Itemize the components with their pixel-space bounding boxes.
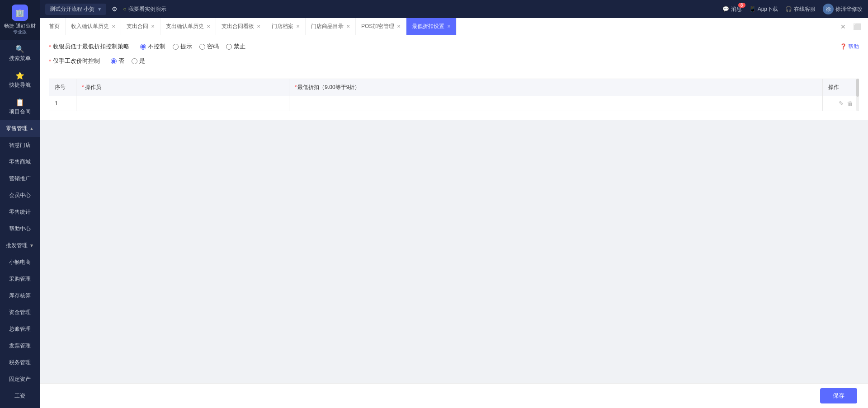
tab-pos-lock-close[interactable]: ✕ xyxy=(397,24,401,29)
sidebar-item-purchase-mgmt[interactable]: 采购管理 xyxy=(0,271,40,287)
discount-policy-row: * 收银员低于最低折扣控制策略 不控制 提示 密码 xyxy=(49,42,859,51)
avatar: 徐 xyxy=(823,4,834,14)
tab-pos-lock[interactable]: POS加密管理 ✕ xyxy=(356,18,406,35)
option-hint[interactable]: 提示 xyxy=(173,42,192,51)
sidebar-item-funds-mgmt[interactable]: 资金管理 xyxy=(0,304,40,321)
sidebar-item-fixed-assets[interactable]: 固定资产 xyxy=(0,371,40,388)
tab-store-products[interactable]: 门店商品目录 ✕ xyxy=(306,18,356,35)
smart-store-label: 智慧门店 xyxy=(9,141,31,149)
content-area: * 收银员低于最低折扣控制策略 不控制 提示 密码 xyxy=(40,35,868,408)
tab-pos-lock-label: POS加密管理 xyxy=(361,23,394,30)
required-marker: * xyxy=(49,43,51,50)
tax-mgmt-label: 税务管理 xyxy=(9,359,31,366)
tab-expense-board[interactable]: 支出合同看板 ✕ xyxy=(216,18,266,35)
option-no-control-label: 不控制 xyxy=(148,42,165,51)
tab-store-archive-close[interactable]: ✕ xyxy=(296,24,300,29)
user-profile-button[interactable]: 徐 徐泽华修改 xyxy=(823,4,863,14)
project-contract-icon: 📋 xyxy=(15,98,24,107)
tab-expense-contract[interactable]: 支出合同 ✕ xyxy=(121,18,160,35)
tab-store-archive-label: 门店档案 xyxy=(272,23,293,30)
sidebar-item-invoice-mgmt[interactable]: 发票管理 xyxy=(0,338,40,354)
app-download-icon: 📱 xyxy=(749,6,756,12)
tab-expense-board-label: 支出合同看板 xyxy=(222,23,254,30)
delete-icon[interactable]: 🗑 xyxy=(847,100,853,107)
topbar-settings-icon[interactable]: ⚙ xyxy=(112,5,118,13)
sidebar-item-search[interactable]: 🔍 搜索菜单 xyxy=(0,40,40,67)
save-button[interactable]: 保存 xyxy=(820,388,857,403)
messages-badge: 8 xyxy=(738,3,745,8)
close-tab-button[interactable]: ✕ xyxy=(839,21,848,32)
manual-control-row: * 仅手工改价时控制 否 是 xyxy=(49,57,859,65)
help-link[interactable]: ❓ 帮助 xyxy=(840,43,859,51)
messages-button[interactable]: 💬 消息 8 xyxy=(722,5,742,13)
sidebar-item-project-contract[interactable]: 📋 项目合同 xyxy=(0,94,40,120)
user-name: 徐泽华修改 xyxy=(835,5,863,13)
member-center-label: 会员中心 xyxy=(9,192,31,199)
tab-expense-board-close[interactable]: ✕ xyxy=(257,24,260,29)
sidebar-item-retail-stats[interactable]: 零售统计 xyxy=(0,204,40,220)
radio-password[interactable] xyxy=(199,44,205,50)
project-selector[interactable]: 测试分开流程·小贺 ▼ xyxy=(45,4,106,15)
sidebar-item-smart-store[interactable]: 智慧门店 xyxy=(0,137,40,154)
radio-forbidden[interactable] xyxy=(226,44,232,50)
table-scrollbar-thumb xyxy=(856,79,859,97)
tab-expense-contract-close[interactable]: ✕ xyxy=(151,24,155,29)
tab-store-archive[interactable]: 门店档案 ✕ xyxy=(266,18,306,35)
action-icons: ✎ 🗑 xyxy=(828,100,853,107)
sidebar-item-tax-mgmt[interactable]: 税务管理 xyxy=(0,354,40,371)
tab-min-discount-close[interactable]: ✕ xyxy=(447,24,451,29)
sidebar-logo: 🏢 畅捷·通好业财 专业版 xyxy=(0,0,40,40)
option-password-label: 密码 xyxy=(207,42,219,51)
option-password[interactable]: 密码 xyxy=(199,42,219,51)
tab-income-history-close[interactable]: ✕ xyxy=(112,24,115,29)
manual-control-options: 否 是 xyxy=(111,57,145,65)
sidebar-item-ecommerce[interactable]: 小畅电商 xyxy=(0,254,40,271)
tab-income-history-label: 收入确认单历史 xyxy=(71,23,109,30)
search-nav-label: 搜索菜单 xyxy=(9,55,31,62)
tab-home[interactable]: 首页 xyxy=(43,18,66,35)
sidebar-item-help-center[interactable]: 帮助中心 xyxy=(0,220,40,237)
col-header-seq: 序号 xyxy=(49,79,76,96)
tab-min-discount-label: 最低折扣设置 xyxy=(412,23,444,30)
sidebar-item-retail-mall[interactable]: 零售商城 xyxy=(0,154,40,170)
cell-seq: 1 xyxy=(49,96,76,111)
tab-income-history[interactable]: 收入确认单历史 ✕ xyxy=(66,18,121,35)
option-no[interactable]: 否 xyxy=(111,57,124,65)
tab-min-discount[interactable]: 最低折扣设置 ✕ xyxy=(406,18,457,35)
option-forbidden[interactable]: 禁止 xyxy=(226,42,245,51)
topbar: 测试分开流程·小贺 ▼ ⚙ ○ 我要看实例演示 💬 消息 8 📱 App下载 🎧… xyxy=(40,0,868,18)
expand-tab-button[interactable]: ⬜ xyxy=(851,21,863,32)
tab-expense-confirm-history[interactable]: 支出确认单历史 ✕ xyxy=(160,18,216,35)
radio-no-control[interactable] xyxy=(140,44,146,50)
cell-operator xyxy=(76,96,289,111)
sidebar-item-accounting[interactable]: 总账管理 xyxy=(0,321,40,338)
settings-icon-button[interactable]: ⚙ xyxy=(0,404,40,408)
online-service-button[interactable]: 🎧 在线客服 xyxy=(785,5,816,13)
logo-icon: 🏢 xyxy=(12,5,28,21)
edit-icon[interactable]: ✎ xyxy=(839,100,844,107)
option-hint-label: 提示 xyxy=(180,42,192,51)
table-scrollbar[interactable] xyxy=(856,79,859,111)
sidebar-item-retail-mgmt[interactable]: 零售管理 ▲ xyxy=(0,120,40,137)
app-download-button[interactable]: 📱 App下载 xyxy=(749,5,778,13)
sidebar-item-quicknav[interactable]: ⭐ 快捷导航 xyxy=(0,67,40,94)
tab-expense-confirm-history-close[interactable]: ✕ xyxy=(207,24,210,29)
required-marker2: * xyxy=(49,58,51,65)
sidebar-item-member-center[interactable]: 会员中心 xyxy=(0,187,40,204)
sidebar-item-wholesale-mgmt[interactable]: 批发管理 ▼ xyxy=(0,237,40,254)
project-name: 测试分开流程·小贺 xyxy=(50,5,94,13)
sidebar-item-marketing[interactable]: 营销推广 xyxy=(0,170,40,187)
tab-store-products-close[interactable]: ✕ xyxy=(346,24,350,29)
radio-no[interactable] xyxy=(111,58,117,64)
demo-link[interactable]: ○ 我要看实例演示 xyxy=(123,5,166,13)
option-no-control[interactable]: 不控制 xyxy=(140,42,165,51)
edition-label: 专业版 xyxy=(13,29,27,35)
retail-mgmt-arrow: ▲ xyxy=(29,126,34,131)
sidebar-item-inventory[interactable]: 库存核算 xyxy=(0,287,40,304)
retail-mall-label: 零售商城 xyxy=(9,158,31,166)
retail-mgmt-label: 零售管理 xyxy=(6,125,28,132)
sidebar-item-payroll[interactable]: 工资 xyxy=(0,388,40,404)
radio-hint[interactable] xyxy=(173,44,179,50)
option-yes[interactable]: 是 xyxy=(132,57,145,65)
radio-yes[interactable] xyxy=(132,58,137,64)
